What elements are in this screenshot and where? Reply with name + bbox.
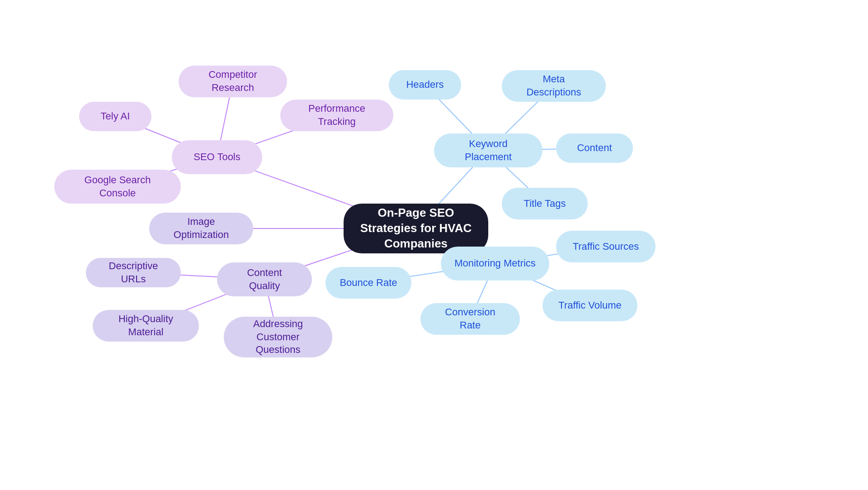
meta-descriptions-node: Meta Descriptions bbox=[502, 70, 606, 102]
keyword-placement-node: Keyword Placement bbox=[434, 133, 542, 167]
bounce-rate-node: Bounce Rate bbox=[326, 267, 411, 299]
conversion-rate-node: Conversion Rate bbox=[420, 303, 520, 335]
competitor-research-node: Competitor Research bbox=[179, 66, 287, 97]
content-node: Content bbox=[556, 133, 633, 163]
monitoring-metrics-node: Monitoring Metrics bbox=[441, 247, 549, 281]
center-node: On-Page SEO Strategies for HVAC Companie… bbox=[344, 204, 488, 253]
title-tags-node: Title Tags bbox=[502, 188, 588, 219]
performance-tracking-node: Performance Tracking bbox=[280, 100, 393, 131]
addressing-customer-questions-node: Addressing CustomerQuestions bbox=[224, 317, 332, 357]
seo-tools-node: SEO Tools bbox=[172, 140, 262, 174]
content-quality-node: Content Quality bbox=[217, 262, 312, 296]
google-search-console-node: Google Search Console bbox=[54, 170, 181, 204]
headers-node: Headers bbox=[389, 70, 461, 100]
tely-ai-node: Tely AI bbox=[79, 102, 151, 131]
image-optimization-node: Image Optimization bbox=[149, 213, 253, 244]
mind-map-container: On-Page SEO Strategies for HVAC Companie… bbox=[0, 0, 868, 490]
traffic-sources-node: Traffic Sources bbox=[556, 231, 656, 262]
high-quality-material-node: High-Quality Material bbox=[93, 310, 199, 342]
descriptive-urls-node: Descriptive URLs bbox=[86, 258, 181, 287]
traffic-volume-node: Traffic Volume bbox=[542, 290, 637, 321]
